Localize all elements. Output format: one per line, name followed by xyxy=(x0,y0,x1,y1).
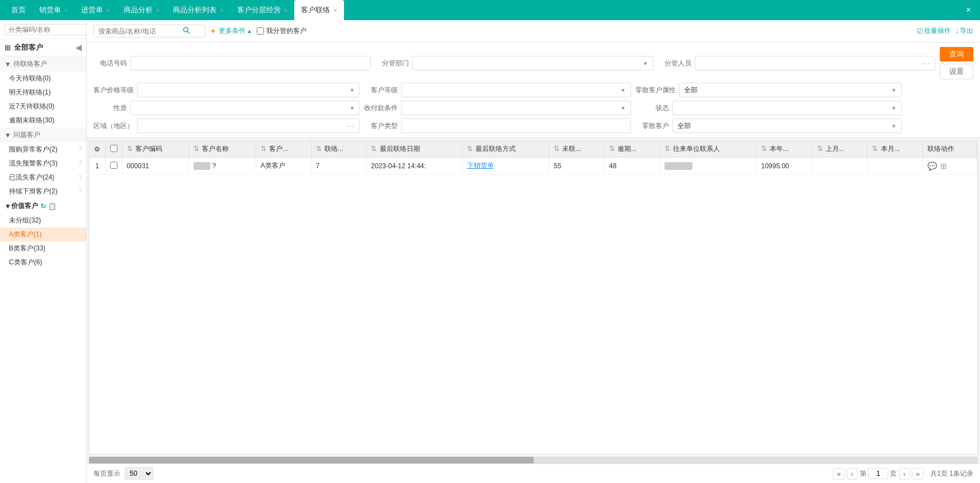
col-checkbox xyxy=(105,141,122,158)
col-contact-count[interactable]: ⇅ 联络... xyxy=(311,141,366,158)
sidebar-collapse-button[interactable]: ◀ xyxy=(76,43,82,52)
sidebar-item-churn-warning[interactable]: 流失预警客户(3) ? xyxy=(0,157,86,171)
nav-product-analysis-close[interactable]: × xyxy=(156,7,159,13)
sidebar-item-class-c[interactable]: C类客户(6) xyxy=(0,255,86,269)
manager-select[interactable]: ··· xyxy=(695,56,935,70)
nav-sales-close[interactable]: × xyxy=(64,7,68,13)
add-icon[interactable]: 📋 xyxy=(48,202,56,210)
col-last-month[interactable]: ⇅ 上月... xyxy=(812,141,868,158)
filter-field-payment: 收付款条件 ▼ xyxy=(364,101,630,115)
region-select[interactable]: ··· xyxy=(137,119,360,133)
col-last-method[interactable]: ⇅ 最后联络方式 xyxy=(462,141,549,158)
batch-operation-button[interactable]: ☑ 批量操作 xyxy=(917,26,951,36)
last-method-link[interactable]: 下销货单 xyxy=(467,162,494,169)
customer-type-label: 客户类型 xyxy=(364,121,398,131)
col-level[interactable]: ⇅ 客户... xyxy=(256,141,311,158)
retail-customer-select[interactable]: 全部 ▼ xyxy=(672,119,902,133)
query-button[interactable]: 查询 xyxy=(940,47,973,61)
sidebar-item-churned[interactable]: 已流失客户(24) ? xyxy=(0,171,86,184)
triangle-icon-2: ▼ xyxy=(4,131,11,139)
main-search-icon[interactable] xyxy=(182,26,190,36)
status-select[interactable]: ▼ xyxy=(672,101,902,115)
sidebar-item-overdue[interactable]: 逾期未联络(30) xyxy=(0,113,86,127)
prev-page-button[interactable]: ‹ xyxy=(847,468,857,480)
row-select-checkbox[interactable] xyxy=(110,162,117,169)
window-close-icon[interactable]: × xyxy=(962,5,976,15)
sidebar-item-ungrouped[interactable]: 未分组(32) xyxy=(0,214,86,228)
nav-product-analysis[interactable]: 商品分析 × xyxy=(117,0,166,20)
refresh-icon[interactable]: ↻ xyxy=(40,202,46,210)
price-level-label: 客户价格等级 xyxy=(93,86,134,95)
nature-select[interactable]: ▼ xyxy=(130,101,360,115)
svg-point-2 xyxy=(183,27,188,32)
main-layout: ⊞ 全部客户 ◀ ▼ 待联络客户 今天待联络(0) 明天待联络(1) 近7天待联… xyxy=(0,20,980,483)
filter-field-customer-level: 客户等级 ▼ xyxy=(364,83,630,97)
sidebar-search-area xyxy=(0,20,86,39)
settings-button[interactable]: 设置 xyxy=(940,64,973,79)
sidebar-item-tomorrow[interactable]: 明天待联络(1) xyxy=(0,86,86,100)
price-level-select[interactable]: ▼ xyxy=(137,83,360,97)
nav-purchase[interactable]: 进货单 × xyxy=(74,0,116,20)
sort-icon-9: ⇅ xyxy=(665,145,670,153)
sidebar-item-today[interactable]: 今天待联络(0) xyxy=(0,72,86,86)
comment-action-icon[interactable]: 💬 xyxy=(927,162,937,171)
page-number-input[interactable] xyxy=(868,468,888,479)
sidebar-item-declining[interactable]: 持续下滑客户(2) ? xyxy=(0,184,86,198)
sidebar-item-7days[interactable]: 近7天待联络(0) xyxy=(0,100,86,113)
horizontal-scrollbar[interactable] xyxy=(89,457,978,463)
filter-field-nature: 性质 ▼ xyxy=(93,101,360,115)
col-name[interactable]: ⇅ 客户名称 xyxy=(189,141,256,158)
nav-home[interactable]: 首页 xyxy=(4,0,32,20)
main-search-input[interactable] xyxy=(98,27,182,35)
nav-customer-tier-close[interactable]: × xyxy=(284,7,288,13)
dept-label: 分管部门 xyxy=(375,59,409,68)
first-page-button[interactable]: « xyxy=(833,468,845,480)
more-filters-button[interactable]: ▼ 更多条件 ▲ xyxy=(210,26,252,36)
col-overdue[interactable]: ⇅ 逾期... xyxy=(604,141,659,158)
customer-type-input[interactable] xyxy=(401,119,630,133)
payment-label: 收付款条件 xyxy=(364,103,398,113)
sidebar-item-abnormal[interactable]: 囤购异常客户(2) ? xyxy=(0,143,86,157)
nav-customer-contact[interactable]: 客户联络 × xyxy=(294,0,343,20)
triangle-icon: ▼ xyxy=(4,60,11,68)
chevron-down-icon: ▲ xyxy=(247,28,252,34)
next-page-button[interactable]: › xyxy=(899,468,909,480)
row-actions: 💬 ⊞ xyxy=(923,158,977,174)
nav-customer-contact-close[interactable]: × xyxy=(333,7,337,13)
sidebar-item-class-b[interactable]: B类客户(33) xyxy=(0,242,86,255)
sidebar-item-class-a[interactable]: A类客户(1) xyxy=(0,228,86,242)
page-size-select[interactable]: 50 100 200 xyxy=(125,467,153,480)
category-search-input[interactable] xyxy=(4,24,87,35)
grid-icon: ⊞ xyxy=(4,44,11,52)
col-current-year[interactable]: ⇅ 本年... xyxy=(756,141,812,158)
my-customers-checkbox[interactable] xyxy=(257,27,264,35)
table-settings-icon[interactable]: ⚙ xyxy=(94,145,100,153)
sort-icon-3: ⇅ xyxy=(261,145,266,153)
nav-sales[interactable]: 销货单 × xyxy=(32,0,74,20)
col-last-date[interactable]: ⇅ 最后联络日期 xyxy=(366,141,462,158)
nav-product-list-close[interactable]: × xyxy=(220,7,223,13)
sort-icon-6: ⇅ xyxy=(467,145,473,153)
col-contact-person[interactable]: ⇅ 往来单位联系人 xyxy=(659,141,756,158)
payment-select[interactable]: ▼ xyxy=(401,101,630,115)
contact-person-blur: RE . xyxy=(665,162,692,170)
export-button[interactable]: ↓ 导出 xyxy=(955,26,973,36)
retail-attr-select[interactable]: 全部 ▼ xyxy=(679,83,902,97)
select-all-checkbox[interactable] xyxy=(110,145,117,152)
col-code[interactable]: ⇅ 客户编码 xyxy=(122,141,189,158)
nav-product-list[interactable]: 商品分析列表 × xyxy=(166,0,230,20)
sidebar-section-value: ▼ 价值客户 ↻ 📋 xyxy=(0,198,86,214)
grid-action-icon[interactable]: ⊞ xyxy=(940,162,947,171)
col-current-month[interactable]: ⇅ 本月... xyxy=(868,141,923,158)
region-dots-icon: ··· xyxy=(347,121,355,130)
customer-level-select[interactable]: ▼ xyxy=(401,83,630,97)
col-no-contact[interactable]: ⇅ 未联... xyxy=(549,141,604,158)
phone-input[interactable] xyxy=(130,56,371,70)
last-page-button[interactable]: » xyxy=(912,468,924,480)
filter-field-dept: 分管部门 ▼ xyxy=(375,56,653,70)
nav-purchase-close[interactable]: × xyxy=(106,7,110,13)
dept-select[interactable]: ▼ xyxy=(412,56,653,70)
phone-label: 电话号码 xyxy=(93,59,127,68)
nav-customer-tier[interactable]: 客户分层经营 × xyxy=(230,0,294,20)
col-settings[interactable]: ⚙ xyxy=(89,141,105,158)
